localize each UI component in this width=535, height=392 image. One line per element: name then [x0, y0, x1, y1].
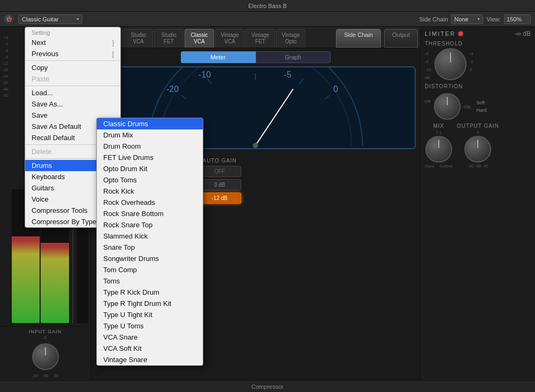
drums-submenu[interactable]: Classic Drums Drum Mix Drum Room FET Liv… [96, 118, 203, 366]
auto-gain-off-btn[interactable]: OFF [198, 166, 241, 177]
submenu-tom-comp[interactable]: Tom Comp [97, 264, 203, 275]
svg-line-9 [256, 89, 293, 145]
submenu-toms[interactable]: Toms [97, 275, 203, 287]
submenu-slammed-kick[interactable]: Slammed Kick [97, 230, 203, 242]
svg-text:-5: -5 [284, 70, 291, 79]
auto-gain-0db-btn[interactable]: 0 dB [198, 179, 241, 190]
output-tab[interactable]: Output [384, 29, 418, 48]
menu-keyboards-label: Keyboards [32, 173, 65, 181]
auto-gain-label: AUTO GAIN [203, 158, 237, 164]
menu-item-load[interactable]: Load... [25, 87, 120, 98]
dist-right-scale: Clip [464, 104, 471, 109]
menu-item-copy[interactable]: Copy [25, 62, 120, 73]
output-tab-label: Output [392, 32, 410, 38]
menu-load-label: Load... [32, 89, 53, 97]
menu-delete-label: Delete [32, 148, 52, 156]
sidechain-tab[interactable]: Side Chain [336, 29, 381, 48]
submenu-rock-snare-top[interactable]: Rock Snare Top [97, 219, 203, 230]
submenu-rock-snare-bottom[interactable]: Rock Snare Bottom [97, 208, 203, 219]
tab-studio-fet[interactable]: StudioFET [154, 29, 184, 48]
menu-item-next[interactable]: Next ] [25, 37, 120, 48]
sidechain-area: Side Chain None View: 150% [419, 14, 531, 24]
output-gain-label: OUTPUT GAIN [457, 123, 499, 129]
thresh-scale-left: -6 -8 -10 dB [425, 48, 431, 80]
power-button[interactable]: ⏻ [4, 14, 14, 24]
dist-left-scale: Off [425, 99, 431, 114]
output-gain-knob[interactable] [464, 136, 491, 163]
submenu-drum-room[interactable]: Drum Room [97, 141, 203, 152]
sidechain-label: Side Chain [419, 16, 448, 22]
threshold-section: THRESHOLD -6 -8 -10 dB -4 -2 0 [425, 41, 531, 80]
submenu-drum-mix[interactable]: Drum Mix [97, 129, 203, 141]
mix-knob[interactable] [425, 136, 452, 163]
thresh-scale-right: -4 -2 0 [470, 48, 473, 72]
limiter-db: -∞ dB [514, 30, 531, 37]
menu-item-previous[interactable]: Previous [ [25, 48, 120, 59]
threshold-label: THRESHOLD [425, 41, 531, 47]
submenu-opto-drum[interactable]: Opto Drum Kit [97, 163, 203, 174]
input-gain-right: 90 [54, 373, 59, 378]
svg-text:0: 0 [333, 84, 338, 94]
graph-tab-label: Graph [285, 54, 301, 60]
submenu-fet-live[interactable]: FET Live Drums [97, 152, 203, 163]
menu-section-label: Setting [25, 27, 120, 37]
plugin-bar: ⏻ Classic Guitar Side Chain None View: 1… [0, 12, 535, 27]
auto-gain-minus12-btn[interactable]: -12 dB [198, 193, 241, 204]
submenu-classic-drums[interactable]: Classic Drums [97, 118, 203, 129]
distortion-controls: Off Clip Soft Hard [425, 93, 531, 120]
right-section: LIMITER -∞ dB THRESHOLD -6 -8 -10 dB -4 [420, 27, 535, 380]
meter-tab[interactable]: Meter [181, 51, 256, 63]
mix-section: MIX 1:1 Input Output [425, 123, 453, 168]
submenu-rock-kick[interactable]: Rock Kick [97, 186, 203, 197]
sidechain-value: None [454, 16, 468, 22]
plugin-name-dropdown[interactable]: Classic Guitar [18, 14, 82, 24]
submenu-vintage-snare[interactable]: Vintage Snare [97, 354, 203, 365]
sidechain-dropdown[interactable]: None [451, 14, 483, 24]
tab-classic-vca[interactable]: ClassicVCA [185, 29, 214, 48]
submenu-vca-snare[interactable]: VCA Snare [97, 332, 203, 343]
mix-output-label: Output [440, 164, 453, 168]
output-right: 30 [484, 164, 488, 168]
menu-guitars-label: Guitars [32, 184, 54, 192]
menu-comptype-label: Compressor By Type [32, 218, 96, 226]
menu-sep-2 [25, 86, 120, 86]
input-gain-scale: -30 dB 90 [32, 373, 59, 378]
menu-item-paste[interactable]: Paste [25, 73, 120, 84]
threshold-knob-row: -6 -8 -10 dB -4 -2 0 [425, 48, 531, 80]
mix-output-section: MIX 1:1 Input Output OUTPUT GAIN 0 -30 [425, 123, 531, 168]
tab-studio-vca[interactable]: StudioVCA [124, 29, 153, 48]
submenu-type-u-tight[interactable]: Type U Tight Kit [97, 309, 203, 320]
graph-tab[interactable]: Graph [256, 51, 331, 63]
input-gain-left: -30 [32, 373, 39, 378]
menu-item-saveas[interactable]: Save As... [25, 98, 120, 110]
input-gain-top-value: 0 [44, 335, 46, 340]
limiter-row: LIMITER -∞ dB [425, 30, 531, 37]
svg-line-0 [181, 95, 186, 99]
submenu-type-r-tight[interactable]: Type R Tight Drum Kit [97, 298, 203, 309]
input-gain-knob[interactable] [32, 343, 59, 370]
submenu-vca-soft[interactable]: VCA Soft Kit [97, 343, 203, 354]
svg-line-3 [300, 79, 304, 84]
distortion-knob[interactable] [434, 93, 461, 120]
svg-text:-10: -10 [198, 70, 211, 79]
menu-prev-shortcut: [ [112, 50, 114, 58]
submenu-opto-toms[interactable]: Opto Toms [97, 174, 203, 186]
soft-label: Soft [476, 100, 487, 105]
limiter-label: LIMITER [425, 30, 455, 37]
distortion-section: DISTORTION Off Clip Soft Hard [425, 83, 531, 120]
menu-recall-label: Recall Default [32, 134, 75, 142]
tab-vintage-fet[interactable]: VintageFET [246, 29, 275, 48]
submenu-songwriter[interactable]: Songwriter Drums [97, 253, 203, 264]
submenu-rock-overheads[interactable]: Rock Overheads [97, 197, 203, 208]
tab-vintage-vca[interactable]: VintageVCA [215, 29, 244, 48]
meter-tab-label: Meter [210, 54, 225, 60]
submenu-snare-top[interactable]: Snare Top [97, 242, 203, 253]
svg-text:-20: -20 [166, 84, 179, 94]
mix-scale-labels: Input Output [425, 164, 453, 168]
submenu-type-u-toms[interactable]: Type U Toms [97, 320, 203, 332]
threshold-knob[interactable] [434, 48, 467, 80]
view-value[interactable]: 150% [504, 14, 531, 24]
tab-vintage-opto[interactable]: VintageOpto [276, 29, 305, 48]
input-gain-db: dB [43, 373, 49, 378]
submenu-type-r-kick[interactable]: Type R Kick Drum [97, 287, 203, 298]
